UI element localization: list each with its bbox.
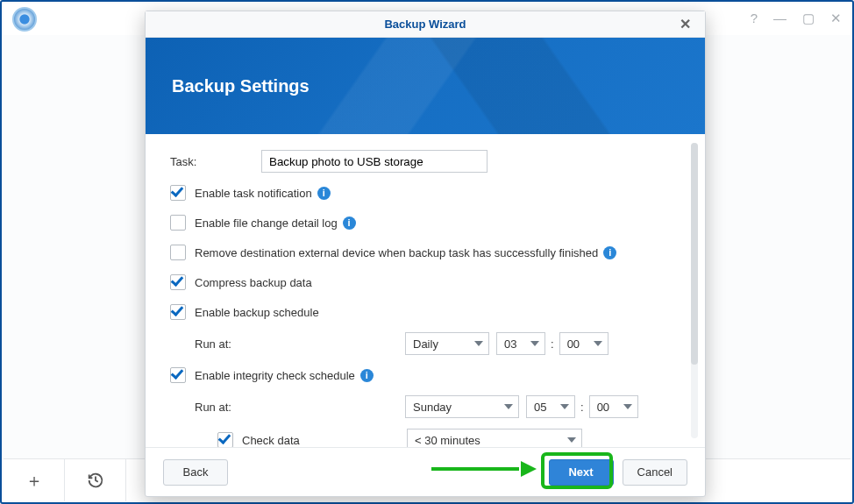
back-button[interactable]: Back [163, 459, 228, 486]
wizard-body: Task: Enable task notification i Enable … [146, 134, 705, 447]
cancel-button[interactable]: Cancel [623, 459, 687, 486]
checkbox-file-change-log[interactable] [170, 215, 186, 231]
task-list-panel [4, 35, 144, 458]
task-label: Task: [170, 155, 258, 168]
label-check-data: Check data [242, 434, 407, 447]
restore-button[interactable] [65, 459, 126, 501]
info-icon[interactable]: i [317, 187, 331, 200]
task-name-input[interactable] [261, 150, 487, 173]
checkbox-compress[interactable] [170, 274, 186, 290]
wizard-close-button[interactable]: ✕ [672, 11, 698, 38]
wizard-titlebar: Backup Wizard ✕ [146, 11, 705, 38]
checkbox-remove-device[interactable] [170, 245, 186, 260]
wizard-banner: Backup Settings [146, 38, 705, 134]
info-icon[interactable]: i [603, 246, 616, 259]
next-button[interactable]: Next [549, 459, 614, 486]
integrity-minute-select[interactable]: 00 [589, 395, 638, 418]
scroll-thumb[interactable] [691, 143, 698, 365]
wizard-title: Backup Wizard [384, 18, 466, 31]
label-integrity: Enable integrity check schedule [195, 369, 355, 382]
schedule-frequency-select[interactable]: Daily [405, 332, 489, 355]
close-icon[interactable]: ✕ [830, 11, 842, 26]
info-icon[interactable]: i [343, 217, 356, 230]
wizard-scrollbar[interactable] [691, 143, 698, 438]
checkbox-schedule[interactable] [170, 304, 186, 320]
schedule-minute-select[interactable]: 00 [559, 332, 608, 355]
backup-wizard-dialog: Backup Wizard ✕ Backup Settings Task: En… [145, 11, 706, 497]
label-compress: Compress backup data [195, 276, 312, 289]
history-icon [86, 471, 105, 490]
minimize-icon[interactable]: — [773, 11, 786, 26]
add-task-button[interactable]: ＋ [4, 459, 65, 501]
checkbox-integrity[interactable] [170, 367, 186, 383]
checkbox-enable-notification[interactable] [170, 185, 186, 201]
label-remove-device: Remove destination external device when … [195, 246, 598, 259]
integrity-hour-select[interactable]: 05 [526, 395, 575, 418]
info-icon[interactable]: i [360, 369, 374, 382]
schedule-hour-select[interactable]: 03 [496, 332, 545, 355]
checkbox-check-data[interactable] [217, 432, 233, 447]
label-schedule: Enable backup schedule [195, 306, 319, 319]
wizard-banner-title: Backup Settings [172, 76, 310, 96]
label-enable-notification: Enable task notification [195, 187, 312, 200]
checkdata-duration-select[interactable]: < 30 minutes [407, 429, 582, 447]
label-file-change-log: Enable file change detail log [195, 217, 338, 230]
schedule-runat-label: Run at: [195, 337, 405, 351]
maximize-icon[interactable]: ▢ [802, 11, 815, 26]
integrity-runat-label: Run at: [195, 401, 405, 414]
integrity-day-select[interactable]: Sunday [405, 395, 519, 418]
help-icon[interactable]: ? [751, 11, 758, 26]
wizard-footer: Back Next Cancel [146, 447, 705, 496]
app-logo-icon [12, 7, 37, 32]
